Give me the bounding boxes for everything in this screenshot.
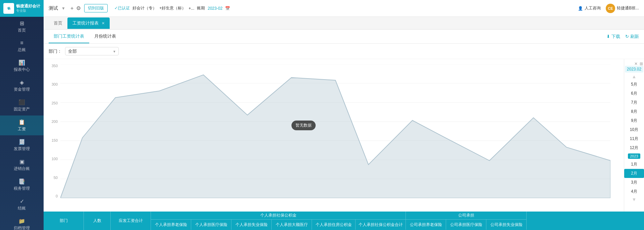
sidebar-item-tax[interactable]: 📑 税务管理 <box>0 175 44 195</box>
good-biz-badge: +好生意（标） <box>159 5 186 11</box>
sidebar-item-sales[interactable]: ▣ 进销台账 <box>0 155 44 175</box>
sidebar-item-salary[interactable]: 📋 工资 <box>0 116 44 135</box>
tabs-bar: 首页 工资统计报表 ✕ <box>44 17 644 30</box>
refresh-icon: ↻ <box>625 34 629 39</box>
th-serious-medical: 个人承担大额医疗 <box>272 220 312 230</box>
refresh-button[interactable]: ↻ 刷新 <box>625 34 639 40</box>
month-5[interactable]: 5月 <box>624 80 644 89</box>
chart-y-axis: 350 300 250 200 150 100 50 0 <box>44 64 60 198</box>
app-header: 测试 ▼ + ⚙ 切到旧版 ✓已认证 好会计（专） +好生意（标） +... 账… <box>44 0 644 17</box>
page-actions: ⬇ 下载 ↻ 刷新 <box>606 34 639 40</box>
date-nav-down-button[interactable]: ▼ <box>632 196 637 203</box>
date-nav-up-button[interactable]: ▲ <box>632 73 637 80</box>
user-menu[interactable]: CE 轻捷通B班... <box>606 4 639 13</box>
tab-monthly[interactable]: 月份统计表 <box>89 30 121 43</box>
download-icon: ⬇ <box>606 34 610 39</box>
year-2023-label: 2023 <box>628 153 640 159</box>
date-panel: ✕ ⊞ 2023.02 ▲ 5月 6月 7月 8月 9月 10月 11月 12月… <box>624 59 644 212</box>
department-filter-wrapper: 全部 ▼ <box>65 47 119 55</box>
th-group-personal-cells: 个人承担养老保险 个人承担医疗保险 个人承担失业保险 个人承担大额医疗 个人承担… <box>151 220 406 230</box>
th-group-company: 公司承担 公司承担养老保险 公司承担医疗保险 公司承担失业保险 <box>406 212 527 230</box>
close-panel-button[interactable]: ✕ <box>634 61 638 66</box>
reports-icon: 📊 <box>18 59 25 66</box>
header-actions: + ⚙ <box>70 5 81 11</box>
period-label: 账期 <box>197 5 205 11</box>
th-pension: 个人承担养老保险 <box>151 220 191 230</box>
tax-icon: 📑 <box>18 178 25 185</box>
month-12[interactable]: 12月 <box>624 143 644 152</box>
chart-svg <box>60 64 610 198</box>
th-co-medical: 公司承担医疗保险 <box>446 220 486 230</box>
month-4[interactable]: 4月 <box>624 187 644 196</box>
sidebar-item-ledger[interactable]: ≡ 总账 <box>0 37 44 56</box>
sidebar-item-home[interactable]: ⊞ 首页 <box>0 17 44 37</box>
consult-button[interactable]: 👤 人工咨询 <box>578 5 601 11</box>
th-group-personal: 个人承担社保公积金 个人承担养老保险 个人承担医疗保险 个人承担失业保险 个人承… <box>151 212 406 230</box>
current-period-label: 2023.02 <box>625 66 643 73</box>
chart-area: 350 300 250 200 150 100 50 0 <box>44 59 624 212</box>
home-icon: ⊞ <box>20 20 24 27</box>
app-logo: 畅 畅捷通好会计 专业版 <box>0 0 44 17</box>
sidebar-nav: ⊞ 首页 ≡ 总账 📊 报表中心 ◈ 资金管理 ⬛ 固定资产 📋 工资 🧾 发票… <box>0 17 44 230</box>
th-group-company-cells: 公司承担养老保险 公司承担医疗保险 公司承担失业保险 <box>406 220 527 230</box>
sidebar-item-settle[interactable]: ✓ 结账 <box>0 195 44 215</box>
sidebar-item-reports[interactable]: 📊 报表中心 <box>0 56 44 76</box>
main-area: 测试 ▼ + ⚙ 切到旧版 ✓已认证 好会计（专） +好生意（标） +... 账… <box>44 0 644 230</box>
month-2-active[interactable]: 2月 <box>624 169 644 178</box>
logo-icon: 畅 <box>3 3 14 14</box>
sales-icon: ▣ <box>19 158 24 165</box>
tab-close-button[interactable]: ✕ <box>102 21 105 25</box>
download-button[interactable]: ⬇ 下载 <box>606 34 620 40</box>
th-medical: 个人承担医疗保险 <box>191 220 231 230</box>
month-7[interactable]: 7月 <box>624 98 644 107</box>
period-value: 2023-02 <box>208 6 222 11</box>
th-dept: 部门 <box>44 212 84 230</box>
header-status: ✓已认证 好会计（专） +好生意（标） +... 账期 2023-02 📅 <box>114 5 230 11</box>
settle-icon: ✓ <box>20 198 24 204</box>
th-total-salary: 应发工资合计 <box>111 212 151 230</box>
year-2023-section: 2023 <box>624 152 644 160</box>
header-right: 👤 人工咨询 CE 轻捷通B班... <box>578 4 639 13</box>
month-6[interactable]: 6月 <box>624 89 644 98</box>
year-display: 2023.02 <box>625 67 643 72</box>
month-3[interactable]: 3月 <box>624 178 644 187</box>
ledger-icon: ≡ <box>20 40 23 46</box>
month-10[interactable]: 10月 <box>624 125 644 134</box>
table-header: 部门 人数 应发工资合计 个人承担社保公积金 个人承担养老保险 个人承担医疗保险 <box>44 212 644 230</box>
good-account-badge: 好会计（专） <box>132 5 157 11</box>
assets-icon: ⬛ <box>18 99 25 105</box>
th-group-company-header: 公司承担 <box>406 212 527 220</box>
page-content: 部门工资统计表 月份统计表 ⬇ 下载 ↻ 刷新 部门： <box>44 30 644 230</box>
month-8[interactable]: 8月 <box>624 107 644 116</box>
funds-icon: ◈ <box>20 79 24 86</box>
expand-panel-button[interactable]: ⊞ <box>640 61 643 66</box>
th-personal-total: 个人承担社保公积金合计 <box>356 220 406 230</box>
month-1[interactable]: 1月 <box>624 160 644 169</box>
sidebar-item-assets[interactable]: ⬛ 固定资产 <box>0 96 44 116</box>
switch-version-button[interactable]: 切到旧版 <box>84 4 108 12</box>
month-11[interactable]: 11月 <box>624 134 644 143</box>
calendar-icon[interactable]: 📅 <box>225 6 230 11</box>
sidebar-item-funds[interactable]: ◈ 资金管理 <box>0 76 44 96</box>
tab-home[interactable]: 首页 <box>49 17 67 29</box>
sidebar: 畅 畅捷通好会计 专业版 ⊞ 首页 ≡ 总账 📊 报表中心 ◈ 资金管理 ⬛ 固… <box>0 0 44 230</box>
department-select[interactable]: 全部 <box>65 47 119 55</box>
certified-status: ✓已认证 <box>114 5 130 11</box>
th-housing-fund: 个人承担住房公积金 <box>312 220 356 230</box>
sidebar-item-archive[interactable]: 📁 归档管理 <box>0 215 44 230</box>
sidebar-item-invoice[interactable]: 🧾 发票管理 <box>0 135 44 155</box>
th-count: 人数 <box>84 212 111 230</box>
avatar: CE <box>606 4 615 13</box>
tab-salary-report[interactable]: 工资统计报表 ✕ <box>67 17 110 29</box>
th-group-personal-header: 个人承担社保公积金 <box>151 212 406 220</box>
settings-button[interactable]: ⚙ <box>76 5 81 11</box>
th-co-unemployment: 公司承担失业保险 <box>486 220 527 230</box>
month-9[interactable]: 9月 <box>624 116 644 125</box>
header-dropdown-arrow[interactable]: ▼ <box>61 6 65 11</box>
archive-icon: 📁 <box>18 218 25 224</box>
tab-dept-salary[interactable]: 部门工资统计表 <box>49 30 89 43</box>
add-button[interactable]: + <box>70 5 73 11</box>
page-tabs: 部门工资统计表 月份统计表 <box>49 30 121 43</box>
th-unemployment: 个人承担失业保险 <box>231 220 272 230</box>
logo-text: 畅捷通好会计 专业版 <box>16 4 40 13</box>
